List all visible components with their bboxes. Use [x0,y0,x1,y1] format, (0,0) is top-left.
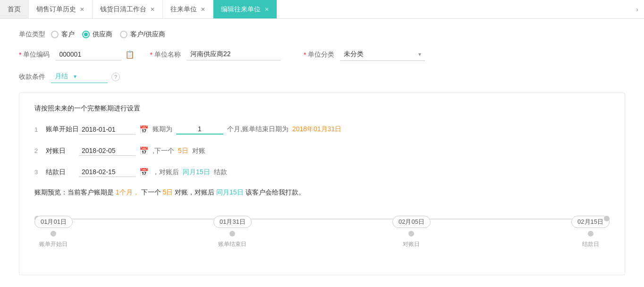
copy-icon[interactable]: 📋 [125,50,135,59]
settings-section: 请按照未来的一个完整帐期进行设置 1 账单开始日 📅 账期为 个月,账单结束日期… [19,93,625,275]
radio-supplier[interactable]: 供应商 [82,30,112,39]
radio-customer[interactable]: 客户 [51,30,75,39]
payment-day-highlight: 同月15日 [183,168,210,177]
timeline-dot-1 [229,231,235,236]
reconcile-highlight: 5日 [178,147,188,155]
unit-type-radio-group: 客户 供应商 客户/供应商 [51,30,165,39]
reconcile-desc-before: ,下一个 [153,147,174,155]
setting-row-1: 1 账单开始日 📅 账期为 个月,账单结束日期为 2018年01月31日 [34,124,610,135]
radio-both[interactable]: 客户/供应商 [120,30,165,39]
timeline-dot-3 [588,231,593,236]
tab-edit-partner-close[interactable]: ✕ [264,6,269,13]
preview-part2-text: 下一个 [141,188,161,196]
payment-terms-dropdown[interactable]: 月结 ▾ [51,70,108,83]
preview-label: 账期预览：当前客户账期是 [34,188,114,196]
tab-edit-partner[interactable]: 编辑往来单位 ✕ [213,0,277,18]
radio-both-circle [120,31,127,38]
payment-terms-dropdown-arrow-icon: ▾ [72,73,78,80]
unit-type-label: 单位类型 [19,30,45,39]
tab-cash-ledger[interactable]: 钱货日清工作台 ✕ [93,0,163,18]
timeline-points: 01月01日 账单开始日 01月31日 账单结束日 02月05日 对账日 02月… [34,216,610,248]
timeline: 01月01日 账单开始日 01月31日 账单结束日 02月05日 对账日 02月… [34,208,610,263]
payment-day-label: 结款日 [46,168,79,177]
unit-code-label: 单位编码 [23,51,50,59]
unit-name-label: 单位名称 [154,51,181,59]
unit-code-input[interactable] [55,49,121,60]
reconcile-cal-icon[interactable]: 📅 [139,146,149,155]
radio-customer-circle [51,31,59,38]
timeline-dot-0 [51,231,56,236]
preview-row: 账期预览：当前客户账期是 1个月， 下一个 5日 对账，对账后 同月15日 该客… [34,188,610,197]
row-num-3: 3 [34,169,46,176]
row-num-2: 2 [34,147,46,154]
reconcile-desc-after: 对账 [192,147,205,155]
timeline-point-3: 02月15日 结款日 [571,216,610,248]
unit-category-value: 未分类 [340,50,415,59]
tab-sales-history-close[interactable]: ✕ [80,6,85,13]
timeline-bubble-0: 01月01日 [34,216,73,228]
timeline-bubble-2: 02月05日 [392,216,431,228]
payment-terms-value: 月结 [51,70,72,83]
tab-partner-units-close[interactable]: ✕ [201,6,205,13]
payment-day-desc-before: ，对账后 [153,168,179,177]
preview-part1: 1个月， [116,188,139,196]
timeline-label-3: 结款日 [582,240,599,248]
payment-day-desc-after: 结款 [214,168,227,177]
timeline-label-0: 账单开始日 [39,240,68,248]
unit-info-row: * 单位编码 📋 * 单位名称 * 单位分类 未分类 ▾ [19,48,625,61]
timeline-point-0: 01月01日 账单开始日 [34,216,73,248]
radio-supplier-circle [82,31,90,38]
timeline-dot-2 [408,231,414,236]
timeline-point-2: 02月05日 对账日 [392,216,431,248]
reconcile-label: 对账日 [46,147,79,155]
timeline-end-dot [604,216,610,221]
setting-row-2: 2 对账日 📅 ,下一个 5日 对账 [34,146,610,156]
tab-partner-units[interactable]: 往来单位 ✕ [163,0,213,18]
preview-part3-text: 对账，对账后 [175,188,214,196]
tab-arrow[interactable]: › [630,0,644,18]
period-label: 账期为 [153,125,172,134]
period-input[interactable] [176,124,223,135]
setting-row-3: 3 结款日 📅 ，对账后 同月15日 结款 [34,167,610,177]
unit-name-input[interactable] [186,49,281,60]
tab-home[interactable]: 首页 [0,0,29,18]
timeline-point-1: 01月31日 账单结束日 [213,216,252,248]
help-icon[interactable]: ? [111,73,120,81]
bill-start-date[interactable] [79,125,136,135]
period-unit: 个月,账单结束日期为 [227,125,288,134]
row-num-1: 1 [34,126,46,133]
payment-terms-label: 收款条件 [19,73,45,81]
timeline-bubble-1: 01月31日 [213,216,252,228]
preview-part2-highlight: 5日 [162,188,173,196]
tab-cash-ledger-close[interactable]: ✕ [150,6,155,13]
unit-category-arrow-icon: ▾ [415,51,425,58]
tab-sales-history[interactable]: 销售订单历史 ✕ [29,0,93,18]
unit-category-select[interactable]: 未分类 ▾ [340,48,425,61]
reconcile-date[interactable] [79,146,136,156]
timeline-label-1: 账单结束日 [218,240,246,248]
payment-day-date[interactable] [79,167,136,177]
unit-type-row: 单位类型 客户 供应商 客户/供应商 [19,30,625,39]
bill-start-label: 账单开始日 [46,125,79,134]
timeline-label-2: 对账日 [403,240,420,248]
bill-start-cal-icon[interactable]: 📅 [139,125,149,134]
preview-part3-highlight: 同月15日 [216,188,244,196]
payment-day-cal-icon[interactable]: 📅 [139,168,149,177]
main-content: 单位类型 客户 供应商 客户/供应商 * 单位编码 📋 * 单位名称 * [0,19,644,287]
payment-terms-row: 收款条件 月结 ▾ ? [19,70,625,83]
section-title: 请按照未来的一个完整帐期进行设置 [34,104,610,113]
tab-bar: 首页 销售订单历史 ✕ 钱货日清工作台 ✕ 往来单位 ✕ 编辑往来单位 ✕ › [0,0,644,19]
period-end-date: 2018年01月31日 [292,125,341,134]
unit-category-label: 单位分类 [308,51,334,59]
preview-part4-text: 该客户会给我打款。 [246,188,305,196]
